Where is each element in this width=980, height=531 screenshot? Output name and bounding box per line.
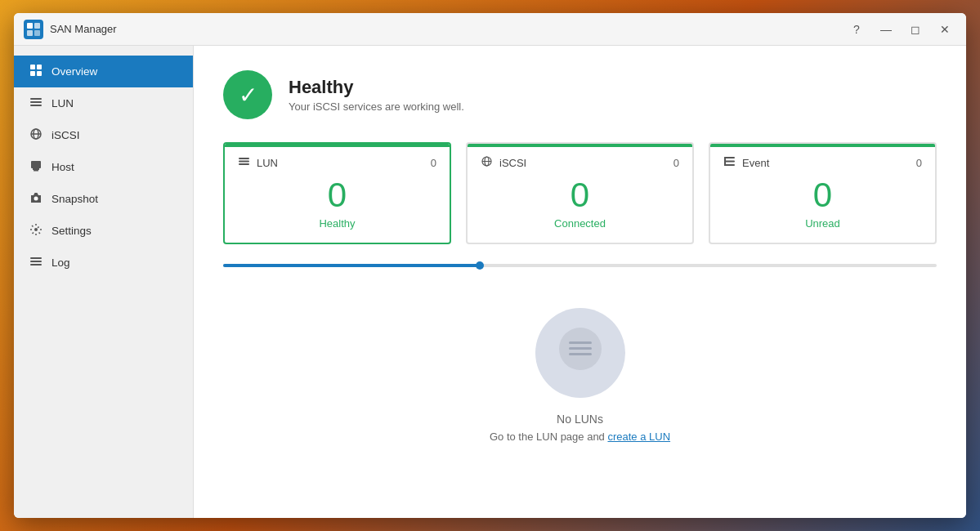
- svg-rect-33: [569, 341, 592, 344]
- iscsi-card-title-row: iSCSI: [481, 155, 526, 170]
- snapshot-icon: [29, 191, 43, 207]
- event-card-label: Unread: [723, 217, 922, 230]
- status-header: ✓ Healthy Your iSCSI services are workin…: [223, 70, 937, 119]
- sidebar-label-iscsi: iSCSI: [51, 129, 80, 141]
- event-card-icon: [723, 155, 736, 170]
- svg-rect-22: [239, 158, 249, 159]
- lun-card-value: 0: [238, 176, 436, 214]
- sidebar-label-overview: Overview: [51, 65, 97, 78]
- svg-rect-34: [569, 347, 592, 350]
- list-icon: [559, 328, 602, 378]
- iscsi-icon: [29, 127, 43, 143]
- iscsi-card[interactable]: iSCSI 0 0 Connected: [466, 142, 694, 244]
- svg-rect-20: [30, 261, 42, 262]
- progress-fill: [223, 264, 480, 267]
- iscsi-card-count: 0: [673, 157, 679, 169]
- svg-rect-7: [37, 71, 42, 76]
- lun-card-header: LUN 0: [238, 155, 436, 170]
- main-content: ✓ Healthy Your iSCSI services are workin…: [194, 46, 966, 518]
- minimize-button[interactable]: —: [875, 18, 897, 41]
- titlebar: SAN Manager ? — ◻ ✕: [14, 13, 966, 46]
- log-icon: [29, 255, 43, 270]
- progress-track: [223, 264, 937, 267]
- svg-rect-1: [34, 23, 40, 29]
- svg-point-18: [34, 228, 38, 231]
- restore-button[interactable]: ◻: [904, 18, 927, 41]
- sidebar-label-log: Log: [51, 257, 70, 269]
- help-button[interactable]: ?: [845, 18, 868, 41]
- titlebar-controls: ? — ◻ ✕: [845, 18, 956, 41]
- lun-card-count: 0: [431, 157, 436, 169]
- svg-rect-16: [33, 168, 39, 170]
- cards-row: LUN 0 0 Healthy: [223, 142, 937, 244]
- sidebar: Overview LUN: [14, 46, 194, 518]
- svg-rect-0: [27, 23, 33, 29]
- svg-rect-35: [569, 353, 592, 355]
- app-icon: [24, 20, 43, 39]
- host-icon: [29, 159, 43, 175]
- app-body: Overview LUN: [14, 46, 966, 518]
- sidebar-label-lun: LUN: [51, 97, 74, 109]
- iscsi-card-value: 0: [481, 176, 679, 214]
- sidebar-label-snapshot: Snapshot: [51, 193, 98, 205]
- empty-icon-circle: [535, 308, 625, 398]
- lun-card-label: Healthy: [238, 217, 436, 230]
- status-icon: ✓: [223, 70, 272, 119]
- sidebar-label-host: Host: [51, 161, 74, 173]
- svg-rect-9: [30, 101, 42, 103]
- svg-rect-15: [34, 170, 38, 172]
- sidebar-item-log[interactable]: Log: [14, 247, 193, 279]
- svg-rect-21: [30, 264, 42, 266]
- lun-card-icon: [238, 155, 250, 170]
- iscsi-card-top-bar: [468, 144, 692, 147]
- titlebar-left: SAN Manager: [24, 20, 117, 39]
- event-card-title: Event: [742, 157, 769, 169]
- svg-rect-10: [30, 105, 42, 106]
- sidebar-item-settings[interactable]: Settings: [14, 215, 193, 247]
- iscsi-card-title: iSCSI: [499, 157, 526, 169]
- lun-icon: [29, 96, 43, 111]
- create-lun-link[interactable]: create a LUN: [607, 431, 670, 443]
- iscsi-card-label: Connected: [481, 217, 679, 230]
- svg-rect-24: [239, 163, 249, 165]
- sidebar-item-iscsi[interactable]: iSCSI: [14, 119, 193, 151]
- empty-description: Go to the LUN page and create a LUN: [490, 431, 670, 443]
- event-card-top-bar: [710, 144, 935, 147]
- svg-point-17: [34, 197, 38, 201]
- status-description: Your iSCSI services are working well.: [289, 100, 464, 113]
- svg-rect-2: [27, 30, 33, 36]
- checkmark-icon: ✓: [239, 82, 257, 109]
- overview-icon: [29, 64, 43, 79]
- app-title: SAN Manager: [50, 23, 117, 35]
- iscsi-card-header: iSCSI 0: [481, 155, 679, 170]
- empty-desc-text: Go to the LUN page and: [490, 431, 608, 443]
- settings-icon: [29, 223, 43, 239]
- sidebar-item-lun[interactable]: LUN: [14, 87, 193, 119]
- event-card-count: 0: [916, 157, 922, 169]
- lun-card-top-bar: [225, 144, 450, 147]
- event-card-title-row: Event: [723, 155, 769, 170]
- lun-card-title-row: LUN: [238, 155, 278, 170]
- close-button[interactable]: ✕: [933, 18, 956, 41]
- svg-rect-8: [30, 98, 42, 100]
- svg-rect-5: [37, 65, 42, 69]
- progress-dot: [476, 261, 484, 270]
- progress-container: [223, 264, 937, 267]
- iscsi-card-icon: [481, 155, 493, 170]
- svg-rect-31: [724, 157, 726, 166]
- event-card-value: 0: [723, 176, 922, 214]
- sidebar-item-host[interactable]: Host: [14, 151, 193, 183]
- event-card[interactable]: Event 0 0 Unread: [709, 142, 937, 244]
- sidebar-label-settings: Settings: [51, 225, 92, 237]
- sidebar-item-snapshot[interactable]: Snapshot: [14, 183, 193, 215]
- empty-title: No LUNs: [557, 413, 603, 426]
- svg-rect-19: [30, 257, 42, 259]
- status-text: Healthy Your iSCSI services are working …: [289, 77, 464, 113]
- event-card-header: Event 0: [723, 155, 922, 170]
- lun-card[interactable]: LUN 0 0 Healthy: [223, 142, 451, 244]
- sidebar-item-overview[interactable]: Overview: [14, 56, 193, 87]
- svg-rect-6: [30, 71, 35, 76]
- svg-rect-3: [34, 30, 40, 36]
- svg-rect-23: [239, 161, 249, 163]
- svg-rect-14: [31, 161, 41, 168]
